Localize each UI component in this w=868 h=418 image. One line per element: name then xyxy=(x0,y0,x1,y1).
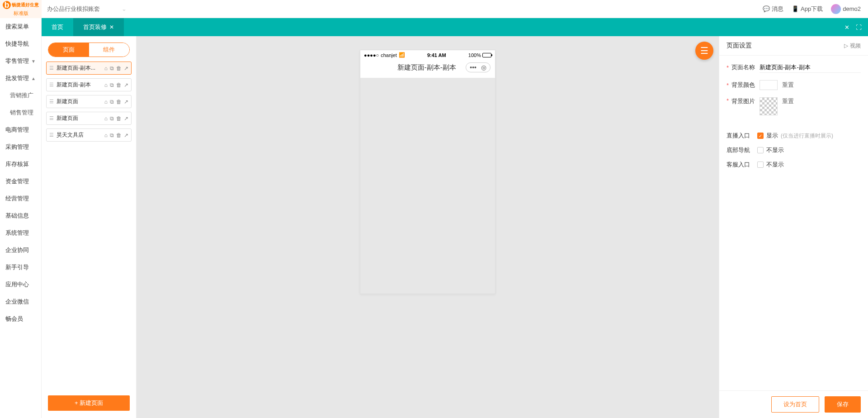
user-menu[interactable]: demo2 xyxy=(831,4,861,14)
new-page-button[interactable]: + 新建页面 xyxy=(48,395,130,411)
battery-label: 100% xyxy=(468,52,481,58)
sidebar-item[interactable]: 应用中心 xyxy=(0,276,41,293)
sidebar-item[interactable]: 库存核算 xyxy=(0,156,41,173)
live-entry-checkbox[interactable]: ✓ xyxy=(757,133,764,139)
live-entry-label: 直播入口 xyxy=(726,132,757,140)
fullscreen-icon[interactable]: ⛶ xyxy=(856,24,862,31)
sidebar-item[interactable]: 电商管理 xyxy=(0,121,41,138)
bottom-nav-checkbox[interactable] xyxy=(757,147,764,153)
sidebar-sub-item[interactable]: 销售管理 xyxy=(0,104,41,121)
sidebar-item[interactable]: 基础信息 xyxy=(0,207,41,224)
carrier-label: chanjet xyxy=(381,52,396,58)
page-row-name: 新建页面 xyxy=(57,114,102,122)
sidebar-item[interactable]: 畅会员 xyxy=(0,310,41,328)
share-icon[interactable]: ↗ xyxy=(124,65,128,71)
app-download-button[interactable]: 📱 App下载 xyxy=(792,5,823,13)
bottom-nav-label: 底部导航 xyxy=(726,146,757,154)
video-help-button[interactable]: ▷ 视频 xyxy=(844,42,861,50)
live-entry-hint: (仅当进行直播时展示) xyxy=(781,132,833,140)
reset-bg-color[interactable]: 重置 xyxy=(782,81,794,89)
drag-handle-icon[interactable]: ☰ xyxy=(49,99,54,104)
float-menu-button[interactable]: ☰ xyxy=(695,42,713,60)
page-name-input[interactable] xyxy=(760,62,861,73)
field-page-name: * 页面名称 xyxy=(726,62,861,73)
share-icon[interactable]: ↗ xyxy=(124,132,128,138)
home-icon[interactable]: ⌂ xyxy=(104,132,108,138)
target-icon[interactable]: ◎ xyxy=(481,64,486,71)
chevron-icon: ▲ xyxy=(31,76,36,81)
page-list: ☰新建页面-副本...⌂⧉🗑↗☰新建页面-副本⌂⧉🗑↗☰新建页面⌂⧉🗑↗☰新建页… xyxy=(42,62,136,390)
sidebar-item[interactable]: 新手引导 xyxy=(0,259,41,276)
tab[interactable]: 首页装修✕ xyxy=(73,18,124,36)
delete-icon[interactable]: 🗑 xyxy=(116,82,122,88)
home-icon[interactable]: ⌂ xyxy=(104,65,108,71)
page-row[interactable]: ☰新建页面-副本...⌂⧉🗑↗ xyxy=(46,62,132,75)
sidebar-sub-item[interactable]: 营销推广 xyxy=(0,87,41,104)
sidebar-item[interactable]: 资金管理 xyxy=(0,173,41,190)
service-entry-label: 客服入口 xyxy=(726,161,757,169)
delete-icon[interactable]: 🗑 xyxy=(116,132,122,138)
account-selector[interactable]: 办公品行业模拟账套 ⌄ xyxy=(42,5,132,13)
drag-handle-icon[interactable]: ☰ xyxy=(49,115,54,121)
copy-icon[interactable]: ⧉ xyxy=(110,115,114,122)
home-icon[interactable]: ⌂ xyxy=(104,99,108,105)
save-button[interactable]: 保存 xyxy=(825,396,861,413)
tab-bar: 首页首页装修✕ ✕ ⛶ xyxy=(42,18,868,36)
tab[interactable]: 首页 xyxy=(42,18,73,36)
sidebar-item[interactable]: 批发管理▲ xyxy=(0,70,41,87)
page-row[interactable]: ☰新建页面⌂⧉🗑↗ xyxy=(46,112,132,125)
video-help-label: 视频 xyxy=(850,42,861,50)
delete-icon[interactable]: 🗑 xyxy=(116,115,122,122)
reset-bg-image[interactable]: 重置 xyxy=(782,97,794,105)
copy-icon[interactable]: ⧉ xyxy=(110,65,114,71)
sidebar-item[interactable]: 经营管理 xyxy=(0,190,41,207)
share-icon[interactable]: ↗ xyxy=(124,115,128,122)
phone-body[interactable] xyxy=(360,78,495,294)
phone-page-title: 新建页面-副本-副本 xyxy=(387,63,466,72)
message-icon: 💬 xyxy=(763,5,770,12)
page-row[interactable]: ☰新建页面-副本⌂⧉🗑↗ xyxy=(46,78,132,91)
sidebar-item[interactable]: 搜索菜单 xyxy=(0,18,41,35)
battery-icon xyxy=(482,53,491,57)
messages-button[interactable]: 💬 消息 xyxy=(763,5,783,13)
logo[interactable]: b畅捷通好生意 标准版 xyxy=(0,0,42,18)
share-icon[interactable]: ↗ xyxy=(124,82,128,88)
close-icon[interactable]: ✕ xyxy=(109,24,114,30)
more-icon[interactable]: ••• xyxy=(470,64,476,71)
time-label: 9:41 AM xyxy=(427,52,446,58)
bg-image-picker[interactable] xyxy=(760,97,778,115)
sidebar-item[interactable]: 零售管理▼ xyxy=(0,52,41,70)
share-icon[interactable]: ↗ xyxy=(124,99,128,105)
sidebar-item[interactable]: 企业微信 xyxy=(0,293,41,310)
sidebar-item[interactable]: 快捷导航 xyxy=(0,35,41,52)
page-component-toggle: 页面 组件 xyxy=(48,43,130,57)
delete-icon[interactable]: 🗑 xyxy=(116,99,122,105)
drag-handle-icon[interactable]: ☰ xyxy=(49,65,54,71)
chevron-down-icon: ⌄ xyxy=(122,5,127,12)
service-entry-checkbox[interactable] xyxy=(757,162,764,168)
sidebar-item[interactable]: 采购管理 xyxy=(0,138,41,156)
drag-handle-icon[interactable]: ☰ xyxy=(49,82,54,88)
copy-icon[interactable]: ⧉ xyxy=(110,132,114,138)
field-bg-image: * 背景图片 重置 xyxy=(726,97,861,115)
status-bar: ●●●●○ chanjet 📶 9:41 AM 100% xyxy=(360,50,495,60)
live-entry-option: 显示 xyxy=(766,132,778,140)
sidebar-item[interactable]: 企业协同 xyxy=(0,242,41,259)
set-home-button[interactable]: 设为首页 xyxy=(771,396,819,413)
sidebar-item[interactable]: 系统管理 xyxy=(0,224,41,242)
page-row[interactable]: ☰新建页面⌂⧉🗑↗ xyxy=(46,95,132,108)
bg-color-swatch[interactable] xyxy=(760,80,778,90)
close-all-icon[interactable]: ✕ xyxy=(844,24,849,31)
toggle-components[interactable]: 组件 xyxy=(89,43,130,57)
copy-icon[interactable]: ⧉ xyxy=(110,99,114,105)
toggle-pages[interactable]: 页面 xyxy=(48,43,89,57)
home-icon[interactable]: ⌂ xyxy=(104,115,108,122)
play-icon: ▷ xyxy=(844,43,848,49)
copy-icon[interactable]: ⧉ xyxy=(110,82,114,88)
drag-handle-icon[interactable]: ☰ xyxy=(49,132,54,138)
delete-icon[interactable]: 🗑 xyxy=(116,65,122,71)
phone-preview: ●●●●○ chanjet 📶 9:41 AM 100% 新建页面-副本-副本 xyxy=(360,50,495,294)
home-icon[interactable]: ⌂ xyxy=(104,82,108,88)
canvas-area: ☰ ●●●●○ chanjet 📶 9:41 AM 100% xyxy=(137,36,719,418)
page-row[interactable]: ☰昊天文具店⌂⧉🗑↗ xyxy=(46,128,132,142)
